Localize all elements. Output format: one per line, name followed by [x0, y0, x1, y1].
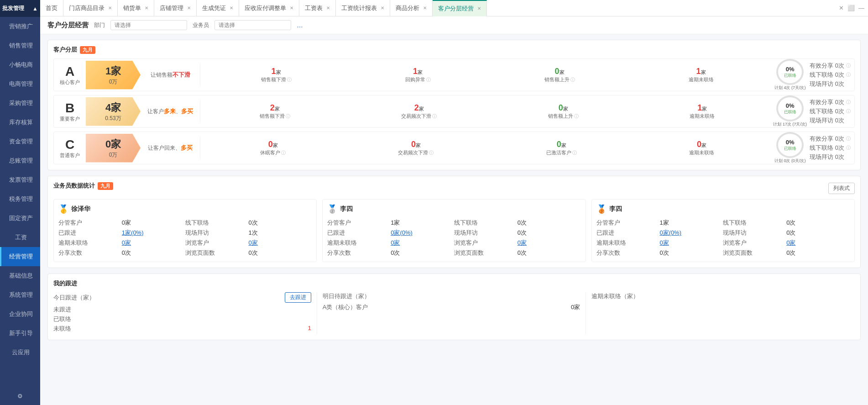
staff-card-1: 🥇 徐泽华 分管客户0家 线下联络0次 已跟进1家(0%) 现场拜访1次 逾期未…	[53, 199, 317, 262]
tier-count-a: 1家 0万	[86, 61, 141, 89]
circle-b: 0% 已联络 计划 17次 (7天/次)	[774, 95, 806, 127]
tab-bar-right: ✕ ⬜ —	[835, 5, 868, 11]
sidebar-header[interactable]: 批发管理 ▲	[0, 0, 40, 17]
stat-b4[interactable]: 1家 逾期未联络	[686, 103, 718, 120]
followup-col-tomorrow: 明日待跟进（家） A类（核心）客户 0家	[317, 292, 586, 334]
tab-sales-order[interactable]: 销货单✕	[118, 0, 154, 16]
tab-minimize-icon[interactable]: —	[858, 5, 864, 11]
close-icon[interactable]: ✕	[381, 5, 384, 11]
close-icon[interactable]: ✕	[423, 5, 427, 11]
stat-c4[interactable]: 0家 逾期未联络	[685, 140, 718, 156]
tab-restore-icon[interactable]: ⬜	[847, 5, 855, 11]
staff-card-2: 🥈 李四 分管客户1家 线下联络0次 已跟进0家(0%) 现场拜访0次 逾期未联…	[322, 199, 586, 262]
sidebar-item-jygl[interactable]: 经营管理	[0, 247, 40, 266]
followup-title: 我的跟进	[53, 279, 855, 288]
goto-followup-button[interactable]: 去跟进	[285, 292, 311, 303]
sidebar-item-gdcz[interactable]: 固定资产	[0, 209, 40, 228]
tier-stats-a: 1家 销售额下滑 ⓘ 1家 回购异常 ⓘ 0家 销售额上升 ⓘ 1家	[200, 67, 774, 83]
sidebar-item-xsgl[interactable]: 销售管理	[0, 36, 40, 55]
sidebar: 批发管理 ▲ 营销推广 销售管理 小畅电商 电商管理 采购管理 库存核算 资金管…	[0, 0, 40, 405]
stat-a2[interactable]: 1家 回购异常 ⓘ	[402, 67, 434, 83]
sidebar-item-xsyd[interactable]: 新手引导	[0, 324, 40, 343]
tier-stats-c: 0家 休眠客户 ⓘ 0家 交易频次下滑 ⓘ 0家 已激活客户 ⓘ 0家	[200, 140, 774, 156]
circle-a: 0% 已联络 计划 4次 (7天/次)	[774, 59, 806, 91]
followup-grid: 今日跟进（家） 去跟进 未跟进 已联络 未联络 1	[53, 292, 855, 334]
stat-c1[interactable]: 0家 休眠客户 ⓘ	[256, 140, 289, 156]
sidebar-item-kchsl[interactable]: 库存核算	[0, 113, 40, 132]
tier-label-c: C 普通客户	[54, 134, 86, 163]
followup-row-yilianl: 已联络	[53, 315, 311, 323]
sidebar-expand-icon: ▲	[32, 5, 38, 12]
stat-c3[interactable]: 0家 已激活客户 ⓘ	[543, 140, 580, 156]
circle-c: 0% 已联络 计划 0次 (0天/次)	[774, 132, 806, 164]
list-view-button[interactable]: 列表式	[828, 183, 855, 194]
staff-table-1: 分管客户0家 线下联络0次 已跟进1家(0%) 现场拜访1次 逾期未联络0家 浏…	[58, 219, 312, 257]
stat-b3[interactable]: 0家 销售额上升 ⓘ	[544, 103, 582, 120]
staff-header-3: 🥉 李四	[596, 204, 850, 214]
sidebar-item-xcdsh[interactable]: 小畅电商	[0, 55, 40, 74]
staff-rank-icon-3: 🥉	[596, 204, 607, 214]
stat-b2[interactable]: 2家 交易频次下滑 ⓘ	[397, 103, 440, 120]
tier-row-a: A 核心客户 1家 0万 让销售额不下滑 1家 销售额下滑 ⓘ	[53, 58, 855, 91]
tier-suggest-a: 让销售额不下滑	[141, 71, 200, 79]
biz-stats-section: 业务员数据统计 九月 列表式 🥇 徐泽华 分管客户0家 线下联络0次 已跟进1家…	[47, 176, 861, 268]
close-icon[interactable]: ✕	[187, 5, 191, 11]
sidebar-item-zjgl[interactable]: 资金管理	[0, 132, 40, 151]
tab-payroll[interactable]: 工资表✕	[299, 0, 336, 16]
more-options[interactable]: …	[297, 21, 303, 29]
close-icon[interactable]: ✕	[108, 5, 112, 11]
tab-product-analysis[interactable]: 商品分析✕	[390, 0, 433, 16]
sidebar-item-dshgl[interactable]: 电商管理	[0, 74, 40, 94]
staff-table-2: 分管客户1家 线下联络0次 已跟进0家(0%) 现场拜访0次 逾期未联络0家 浏…	[327, 219, 580, 257]
stat-a4[interactable]: 1家 逾期未联络	[685, 67, 717, 83]
tab-store-mgmt[interactable]: 店铺管理✕	[154, 0, 197, 16]
staff-name-3: 李四	[609, 205, 622, 213]
stat-b1[interactable]: 2家 销售额下滑 ⓘ	[256, 103, 294, 120]
stat-c2[interactable]: 0家 交易频次下滑 ⓘ	[394, 140, 437, 156]
sidebar-item-yxtg[interactable]: 营销推广	[0, 17, 40, 36]
biz-month-badge: 九月	[98, 182, 113, 190]
tier-label-b: B 重要客户	[54, 97, 86, 126]
sidebar-item-fpgl[interactable]: 发票管理	[0, 170, 40, 189]
tab-store-products[interactable]: 门店商品目录✕	[63, 0, 118, 16]
right-stats-b: 有效分享 0次 ⓘ 线下联络 0次 ⓘ 现场拜访 0次	[806, 98, 854, 125]
sidebar-item-xtgl[interactable]: 系统管理	[0, 285, 40, 305]
staff-name-2: 李四	[340, 205, 353, 213]
close-icon[interactable]: ✕	[230, 5, 233, 11]
tier-suggest-c: 让客户回来、多买	[141, 144, 200, 152]
tab-close-icon[interactable]: ✕	[839, 5, 844, 11]
tier-grid: A 核心客户 1家 0万 让销售额不下滑 1家 销售额下滑 ⓘ	[53, 58, 855, 164]
sidebar-item-qyxt[interactable]: 企业协同	[0, 305, 40, 324]
tab-ap-adjust[interactable]: 应收应付调整单✕	[239, 0, 299, 16]
sidebar-item-gz[interactable]: 工资	[0, 228, 40, 247]
close-icon[interactable]: ✕	[477, 6, 481, 11]
sidebar-item-jcxx[interactable]: 基础信息	[0, 266, 40, 285]
close-icon[interactable]: ✕	[145, 5, 148, 11]
close-icon[interactable]: ✕	[290, 5, 293, 11]
followup-tomorrow-title: 明日待跟进（家）	[323, 292, 580, 300]
content-body: 客户分层 九月 A 核心客户 1家 0万 让销售额不下滑	[40, 34, 868, 405]
tab-payroll-report[interactable]: 工资统计报表✕	[336, 0, 390, 16]
sidebar-item-cggl[interactable]: 采购管理	[0, 94, 40, 113]
sidebar-item-yyyg[interactable]: 云应用	[0, 343, 40, 362]
staff-select[interactable]	[214, 20, 291, 30]
tier-label-a: A 核心客户	[54, 61, 86, 89]
month-badge: 九月	[80, 46, 95, 54]
sidebar-item-zzgl[interactable]: 总账管理	[0, 151, 40, 170]
tab-customer-tier[interactable]: 客户分层经营✕	[433, 0, 487, 16]
close-icon[interactable]: ✕	[326, 5, 330, 11]
tab-home[interactable]: 首页	[40, 0, 63, 16]
stat-a3[interactable]: 0家 销售额上升 ⓘ	[541, 67, 579, 83]
customer-tier-title: 客户分层 九月	[53, 46, 855, 54]
staff-label: 业务员	[193, 21, 209, 29]
followup-col-overdue: 逾期未联络（家）	[586, 292, 855, 334]
sidebar-settings[interactable]: ⚙	[0, 387, 40, 405]
tier-count-c: 0家 0万	[86, 134, 141, 163]
tab-bar: 首页 门店商品目录✕ 销货单✕ 店铺管理✕ 生成凭证✕ 应收应付调整单✕ 工资表…	[40, 0, 868, 16]
followup-overdue-title: 逾期未联络（家）	[591, 292, 849, 300]
biz-title: 业务员数据统计 九月	[53, 182, 113, 190]
tab-gen-voucher[interactable]: 生成凭证✕	[197, 0, 239, 16]
dept-select[interactable]	[110, 20, 187, 30]
stat-a1[interactable]: 1家 销售额下滑 ⓘ	[257, 67, 295, 83]
sidebar-item-swgl[interactable]: 税务管理	[0, 189, 40, 209]
